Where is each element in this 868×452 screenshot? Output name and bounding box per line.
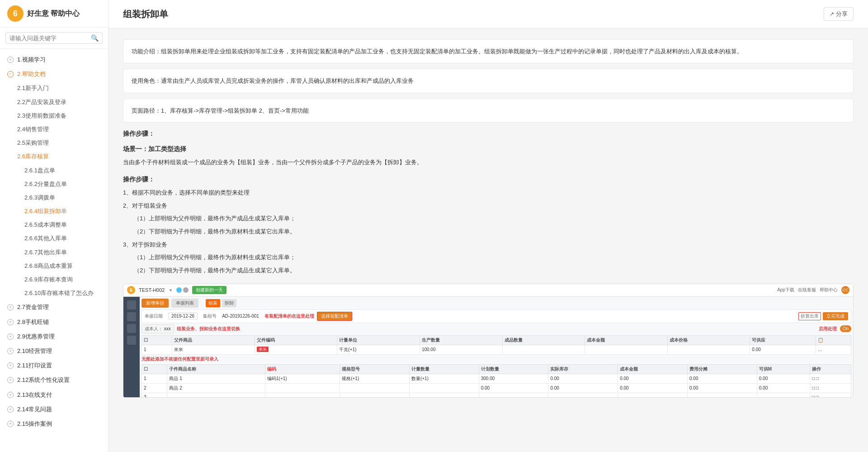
app-topbar: 6 TEST-H002 ▼ 创建新的一天 App下载 在线客服 帮助中心 CC xyxy=(123,284,853,297)
sidebar-item-ledger-query[interactable]: 2.6.9库存账本查询 xyxy=(0,273,108,286)
step-1: 1、根据不同的业务，选择不同单据的类型来处理 xyxy=(123,187,854,199)
lower-annotation-text: 无图处添加不依据任何配置里面可录入 xyxy=(142,356,218,362)
annotation-process: 启用处理 On xyxy=(819,325,851,332)
help-center: 帮助中心 xyxy=(820,287,838,293)
sidebar-item-finance[interactable]: + 2.7资金管理 xyxy=(0,300,108,314)
type-toggle-area: 组装 拆卸 xyxy=(206,299,236,307)
sidebar: 6 好生意 帮助中心 🔍 + 1.视频学习 − 2.帮助文档 2.1新手入门 2… xyxy=(0,0,108,452)
complete-btn: 立买完成 xyxy=(823,312,848,320)
on-toggle: On xyxy=(840,325,851,332)
sidebar-item-transfer[interactable]: 2.6.3调拨单 xyxy=(0,191,108,205)
sidebar-item-label: 2.15操作案例 xyxy=(17,420,52,428)
sidebar-item-coupon[interactable]: + 2.9优惠券管理 xyxy=(0,329,108,344)
sidebar-item-cost-recalc[interactable]: 2.6.8商品成本重算 xyxy=(0,259,108,273)
expand-icon7: + xyxy=(7,377,14,383)
expand-icon5: + xyxy=(7,348,14,354)
online-service: 在线客服 xyxy=(798,287,816,293)
app-tab-new: 新增单据 xyxy=(142,299,169,308)
sidebar-item-other-out[interactable]: 2.6.7其他出库单 xyxy=(0,246,108,259)
sidebar-item-label: 2.9优惠券管理 xyxy=(17,333,55,341)
step-3-2: （2）下部明细为子件明细，最终作为产成品生成某它入库单。 xyxy=(123,265,854,276)
topbar-separator: ▼ xyxy=(168,288,173,293)
sidebar-item-stock-detail[interactable]: 2.6.2分量盘点单 xyxy=(0,177,108,191)
app-tab-list: 单据列表 xyxy=(171,299,198,308)
share-button[interactable]: ↗ 分享 xyxy=(824,7,854,21)
sidebar-item-payment[interactable]: + 2.13在线支付 xyxy=(0,388,108,402)
cell-comp-qty xyxy=(502,345,585,354)
new-day-btn: 创建新的一天 xyxy=(192,286,226,294)
sidebar-item-other-in[interactable]: 2.6.6其他入库单 xyxy=(0,232,108,245)
sidebar-item-stocktake[interactable]: 2.6.1盘点单 xyxy=(0,164,108,177)
cell-code: 米米 xyxy=(255,345,337,354)
ops-heading: 操作步骤： xyxy=(123,130,854,138)
cell-avail: 0.00 xyxy=(750,345,816,354)
col-cost1: 成本金额 xyxy=(585,335,668,345)
lcell-name3 xyxy=(167,393,265,398)
sidebar-item-ledger-error[interactable]: 2.6.10库存账本错了怎么办 xyxy=(0,286,108,300)
sidebar-item-cases[interactable]: + 2.15操作案例 xyxy=(0,417,108,431)
cell-cost-price xyxy=(667,345,750,354)
sidebar-nav-icon4 xyxy=(127,336,136,345)
lcell-qty-plan: 数量(+1) xyxy=(409,374,479,383)
search-box: 🔍 xyxy=(0,28,108,49)
scenario-heading: 场景一：加工类型选择 xyxy=(123,145,854,153)
upper-table: ☐ 父件商品 父件编码 计量单位 生产数量 成品数量 成本金额 成本价格 可供应 xyxy=(142,335,851,355)
date-label: 单据日期 xyxy=(145,313,163,319)
expand-icon9: + xyxy=(7,406,14,413)
sidebar-item-mobile[interactable]: + 2.8手机旺铺 xyxy=(0,315,108,329)
sidebar-item-help-docs[interactable]: − 2.帮助文档 xyxy=(0,67,108,81)
sidebar-item-purchase[interactable]: 2.5采购管理 xyxy=(0,136,108,150)
search-input[interactable] xyxy=(9,35,91,42)
col-cost2: 成本价格 xyxy=(667,335,750,345)
lower-table: ☐ 子件商品名称 编码 规格型号 计量数量 计划数量 实际库存 成本金额 费用分 xyxy=(142,364,851,398)
expand-icon8: + xyxy=(7,392,14,398)
disassemble-tab: 拆卸 xyxy=(222,299,236,307)
lcell-avail1: 0.00 xyxy=(757,374,810,383)
app-logo: 6 xyxy=(127,286,135,294)
expand-icon10: + xyxy=(7,421,14,427)
assemble-no-label: 集组号 xyxy=(203,313,217,319)
sidebar-item-new-user[interactable]: 2.1新手入门 xyxy=(0,81,108,95)
lcell-alloc3 xyxy=(687,393,757,398)
sidebar-item-data-prep[interactable]: 2.3使用前数据准备 xyxy=(0,109,108,123)
topbar-dot1 xyxy=(176,287,182,293)
sidebar-item-print[interactable]: + 2.11打印设置 xyxy=(0,358,108,373)
lcell-actual1: 0.00 xyxy=(548,374,618,383)
sidebar-item-operations[interactable]: + 2.10经营管理 xyxy=(0,344,108,358)
screenshot-container: 6 TEST-H002 ▼ 创建新的一天 App下载 在线客服 帮助中心 CC xyxy=(123,284,854,398)
sidebar-nav-icon1 xyxy=(127,300,136,309)
topbar-dot2 xyxy=(183,287,189,293)
lcol-cost4: 费用分摊 xyxy=(687,364,757,374)
lcell-code3 xyxy=(265,393,340,398)
app-form-row1: 单据日期 2019-12-26 集组号 AD-20191226-001 有装配清… xyxy=(142,309,851,323)
step-2: 2、对于组装业务 xyxy=(123,200,854,212)
sidebar-nav: + 1.视频学习 − 2.帮助文档 2.1新手入门 2.2产品安装及登录 2.3… xyxy=(0,49,108,452)
sidebar-item-assembly[interactable]: 2.6.4组装拆卸单 xyxy=(0,205,108,218)
sidebar-item-inventory[interactable]: 2.6库存核算 xyxy=(0,150,108,163)
sidebar-item-label: 2.帮助文档 xyxy=(17,70,46,78)
brand-name: 好生意 帮助中心 xyxy=(27,9,80,19)
main-header: 组装拆卸单 ↗ 分享 xyxy=(108,0,868,29)
sidebar-item-video[interactable]: + 1.视频学习 xyxy=(0,52,108,67)
lcell-no1: 1 xyxy=(142,374,167,383)
sidebar-item-cost-adjust[interactable]: 2.6.5成本调整单 xyxy=(0,218,108,232)
col-complete-qty: 成品数量 xyxy=(502,335,585,345)
sidebar-item-sales[interactable]: 2.4销售管理 xyxy=(0,123,108,136)
table-row: 1 米米 米米 千克(+1) 100.00 xyxy=(142,345,851,354)
app-left-sidebar xyxy=(123,297,140,397)
step-3: 3、对于拆卸业务 xyxy=(123,239,854,251)
main-content: 组装拆卸单 ↗ 分享 功能介绍：组装拆卸单用来处理企业组装或拆卸等加工业务，支持… xyxy=(108,0,868,452)
lcell-code1: 编码1(+1) xyxy=(265,374,340,383)
app-form-row2: 成本人： xxx 组装业务、拆卸业务在这里切换 启用处理 On xyxy=(142,324,851,333)
lcell-spec3 xyxy=(340,393,410,398)
sidebar-item-faq[interactable]: + 2.14常见问题 xyxy=(0,402,108,417)
sidebar-item-install[interactable]: 2.2产品安装及登录 xyxy=(0,95,108,109)
topbar-icons xyxy=(176,287,189,293)
search-wrap[interactable]: 🔍 xyxy=(5,32,103,44)
lcol-op: 操作 xyxy=(810,364,851,374)
collapse-icon: − xyxy=(7,71,14,77)
lcell-spec2 xyxy=(340,383,410,393)
sidebar-item-personalize[interactable]: + 2.12系统个性化设置 xyxy=(0,373,108,387)
share-icon: ↗ xyxy=(830,11,834,17)
sidebar-nav-icon3 xyxy=(127,324,136,333)
